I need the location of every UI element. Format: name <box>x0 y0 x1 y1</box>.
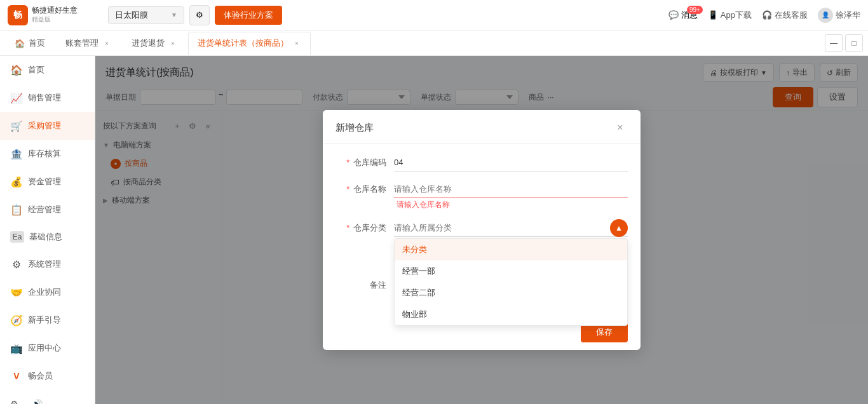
sidebar-sales-label: 销售管理 <box>28 92 61 104</box>
chevron-down-icon: ▼ <box>171 11 177 18</box>
sales-icon: 📈 <box>10 91 23 104</box>
tab-minimize-button[interactable]: — <box>825 34 843 52</box>
tab-accounts-close[interactable]: × <box>102 39 111 48</box>
dialog-overlay: 新增仓库 × * 仓库编码 <box>95 56 868 404</box>
category-option-none[interactable]: 未分类 <box>395 239 627 260</box>
guide-icon: 🧭 <box>10 314 23 327</box>
message-badge: 99+ <box>687 6 703 14</box>
vip-icon: V <box>10 370 23 382</box>
tab-home[interactable]: 🏠 首页 <box>5 32 55 55</box>
form-name-label: * 仓库名称 <box>336 184 386 195</box>
category-option-property[interactable]: 物业部 <box>395 304 627 325</box>
form-code-label: * 仓库编码 <box>336 157 386 168</box>
form-row-code: * 仓库编码 <box>336 154 628 172</box>
inventory-icon: 🏦 <box>10 147 23 160</box>
sidebar-item-system[interactable]: ⚙ 系统管理 <box>0 250 95 278</box>
operations-icon: 📋 <box>10 203 23 216</box>
category-toggle-button[interactable]: ▲ <box>610 219 628 237</box>
form-category-label: * 仓库分类 <box>336 222 386 234</box>
finance-icon: 💰 <box>10 175 23 188</box>
logo-text: 畅捷通好生意 <box>32 6 78 16</box>
main-layout: 🏠 首页 📈 销售管理 🛒 采购管理 🏦 库存核算 💰 资金管理 📋 经营管理 … <box>0 56 868 404</box>
tab-purchase-return-close[interactable]: × <box>168 39 177 48</box>
sidebar-settings-btn[interactable]: ⚙ <box>5 395 23 404</box>
content-area: 进货单统计(按商品) 🖨 按模板打印 ▼ ↑ 导出 ↺ 刷新 <box>95 56 868 404</box>
sidebar-item-enterprise[interactable]: 🤝 企业协同 <box>0 278 95 306</box>
online-service-button[interactable]: 🎧 在线客服 <box>762 10 808 21</box>
settings-button[interactable]: ⚙ <box>189 5 210 25</box>
form-note-label: 备注 <box>336 279 386 291</box>
category-select-wrapper: ▲ 未分类 经营一部 经营二部 物业部 <box>394 219 628 237</box>
sidebar-finance-label: 资金管理 <box>28 176 61 187</box>
sidebar-item-operations[interactable]: 📋 经营管理 <box>0 196 95 224</box>
avatar: 👤 <box>818 8 833 23</box>
tab-bar: 🏠 首页 账套管理 × 进货退货 × 进货单统计表（按商品） × — □ <box>0 30 868 56</box>
header-right: 💬 消息 99+ 📱 App下载 🎧 在线客服 👤 徐泽华 <box>668 8 860 23</box>
store-selector[interactable]: 日太阳膜 ▼ <box>108 6 184 24</box>
sidebar-item-finance[interactable]: 💰 资金管理 <box>0 168 95 196</box>
sidebar-sound-btn[interactable]: 🔊 <box>28 395 46 404</box>
sidebar-item-home[interactable]: 🏠 首页 <box>0 56 95 84</box>
purchase-icon: 🛒 <box>10 119 23 132</box>
message-button[interactable]: 💬 消息 99+ <box>668 10 698 21</box>
home-sidebar-icon: 🏠 <box>10 64 23 76</box>
store-name: 日太阳膜 <box>115 10 148 21</box>
tab-purchase-return[interactable]: 进货退货 × <box>122 32 187 55</box>
sidebar-enterprise-label: 企业协同 <box>28 286 61 298</box>
warehouse-name-input[interactable] <box>394 180 628 198</box>
sidebar-app-center-label: 应用中心 <box>28 342 61 354</box>
sidebar-guide-label: 新手引导 <box>28 314 61 326</box>
dialog-body: * 仓库编码 * 仓库名称 <box>323 144 641 314</box>
name-error-message: 请输入仓库名称 <box>397 200 450 209</box>
category-input[interactable] <box>394 219 628 237</box>
tab-home-label: 首页 <box>29 37 45 49</box>
tab-purchase-stats[interactable]: 进货单统计表（按商品） × <box>188 32 311 55</box>
name-required-mark: * <box>346 184 349 194</box>
tab-purchase-stats-label: 进货单统计表（按商品） <box>198 37 288 49</box>
sidebar-item-guide[interactable]: 🧭 新手引导 <box>0 306 95 334</box>
sidebar-item-app-center[interactable]: 📺 应用中心 <box>0 334 95 362</box>
category-required-mark: * <box>346 223 349 232</box>
dialog-header: 新增仓库 × <box>323 110 641 144</box>
new-warehouse-dialog: 新增仓库 × * 仓库编码 <box>323 110 641 350</box>
app-download-label: App下载 <box>721 10 752 21</box>
sidebar-bottom: ⚙ 🔊 <box>0 390 95 404</box>
dialog-close-button[interactable]: × <box>613 120 628 135</box>
message-icon: 💬 <box>668 10 679 20</box>
trial-button[interactable]: 体验行业方案 <box>215 6 282 25</box>
username-label: 徐泽华 <box>836 10 860 21</box>
category-option-dept1[interactable]: 经营一部 <box>395 260 627 282</box>
sidebar-inventory-label: 库存核算 <box>28 148 61 159</box>
online-service-label: 在线客服 <box>775 10 808 21</box>
sidebar-operations-label: 经营管理 <box>28 204 61 215</box>
category-dropdown: 未分类 经营一部 经营二部 物业部 <box>394 238 628 326</box>
tab-bar-right: — □ <box>825 34 863 52</box>
form-row-category: * 仓库分类 ▲ 未分类 经营一部 经营二部 物业部 <box>336 219 628 237</box>
home-icon: 🏠 <box>15 39 25 48</box>
basic-info-icon: Ea <box>10 231 24 243</box>
sidebar-basic-info-label: 基础信息 <box>29 231 62 243</box>
tab-accounts[interactable]: 账套管理 × <box>56 32 121 55</box>
warehouse-code-input[interactable] <box>394 154 628 172</box>
tab-purchase-stats-close[interactable]: × <box>292 39 301 48</box>
user-menu-button[interactable]: 👤 徐泽华 <box>818 8 860 23</box>
enterprise-icon: 🤝 <box>10 286 23 299</box>
sidebar: 🏠 首页 📈 销售管理 🛒 采购管理 🏦 库存核算 💰 资金管理 📋 经营管理 … <box>0 56 95 404</box>
system-icon: ⚙ <box>10 258 23 271</box>
sidebar-vip-label: 畅会员 <box>28 370 53 382</box>
category-option-dept2[interactable]: 经营二部 <box>395 282 627 304</box>
sidebar-item-sales[interactable]: 📈 销售管理 <box>0 84 95 112</box>
code-required-mark: * <box>346 158 349 167</box>
sidebar-home-label: 首页 <box>28 64 44 76</box>
sidebar-item-basic-info[interactable]: Ea 基础信息 <box>0 224 95 250</box>
tab-purchase-return-label: 进货退货 <box>132 37 165 49</box>
app-download-button[interactable]: 📱 App下载 <box>708 10 752 21</box>
form-row-name: * 仓库名称 请输入仓库名称 <box>336 180 628 210</box>
tab-expand-button[interactable]: □ <box>845 34 863 52</box>
sidebar-item-inventory[interactable]: 🏦 库存核算 <box>0 140 95 168</box>
top-header: 畅 畅捷通好生意 精益版 日太阳膜 ▼ ⚙ 体验行业方案 💬 消息 99+ 📱 … <box>0 0 868 30</box>
sidebar-item-purchase[interactable]: 🛒 采购管理 <box>0 112 95 140</box>
sidebar-item-vip[interactable]: V 畅会员 <box>0 362 95 390</box>
phone-icon: 📱 <box>708 10 718 20</box>
logo-icon: 畅 <box>8 5 28 25</box>
